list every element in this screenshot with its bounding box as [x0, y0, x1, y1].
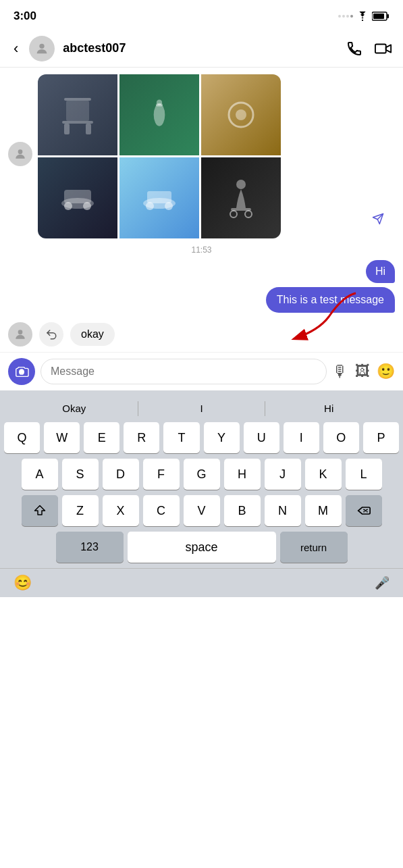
call-button[interactable] [346, 41, 362, 57]
camera-icon [14, 364, 29, 379]
key-z[interactable]: Z [62, 495, 99, 526]
key-v[interactable]: V [184, 495, 220, 526]
contact-name: abctest007 [63, 41, 338, 55]
key-return[interactable]: return [280, 532, 348, 563]
messages-area: Hi This is a test message [0, 260, 403, 313]
key-u[interactable]: U [244, 422, 279, 453]
reply-icon [45, 328, 57, 340]
svg-point-23 [146, 202, 154, 210]
svg-point-6 [18, 149, 23, 154]
quick-reply-section: okay [0, 317, 403, 352]
svg-point-24 [165, 202, 173, 210]
key-x[interactable]: X [103, 495, 139, 526]
send-button-floating[interactable] [365, 206, 391, 232]
suggestion-okay[interactable]: Okay [11, 400, 138, 417]
svg-rect-11 [86, 124, 91, 134]
key-l[interactable]: L [346, 459, 382, 490]
key-delete[interactable] [346, 495, 382, 526]
contact-avatar [29, 36, 55, 61]
media-cell-2 [119, 74, 199, 155]
key-c[interactable]: C [143, 495, 180, 526]
key-shift[interactable] [22, 495, 58, 526]
shift-icon [34, 505, 46, 517]
key-o[interactable]: O [323, 422, 359, 453]
key-e[interactable]: E [84, 422, 119, 453]
reply-button[interactable] [39, 322, 63, 347]
message-2: This is a test message [8, 287, 395, 313]
key-w[interactable]: W [44, 422, 80, 453]
avatar-icon [14, 147, 27, 161]
svg-point-16 [236, 109, 246, 120]
timestamp: 11:53 [0, 245, 403, 255]
keyboard: Okay I Hi Q W E R T Y U I O P A S D F G … [0, 390, 403, 568]
key-i[interactable]: I [284, 422, 319, 453]
media-cell-6 [201, 157, 281, 238]
key-m[interactable]: M [305, 495, 342, 526]
suggestion-hi[interactable]: Hi [265, 400, 392, 417]
suggestion-i[interactable]: I [138, 400, 265, 417]
bubble-test: This is a test message [266, 287, 395, 313]
svg-point-12 [154, 103, 165, 126]
photo-button[interactable]: 🖼 [355, 363, 370, 380]
key-p[interactable]: P [363, 422, 399, 453]
camera-button[interactable] [8, 358, 35, 385]
key-a[interactable]: A [22, 459, 58, 490]
svg-rect-3 [373, 14, 384, 19]
key-g[interactable]: G [184, 459, 220, 490]
key-y[interactable]: Y [204, 422, 240, 453]
key-space[interactable]: space [128, 532, 276, 563]
sender-avatar-2 [8, 322, 32, 347]
key-j[interactable]: J [265, 459, 301, 490]
emoji-bar: 😊 🎤 [0, 568, 403, 597]
key-n[interactable]: N [265, 495, 301, 526]
key-t[interactable]: T [163, 422, 199, 453]
svg-rect-18 [64, 190, 91, 203]
back-button[interactable]: ‹ [11, 37, 21, 60]
media-message [0, 74, 403, 238]
svg-rect-7 [64, 98, 91, 101]
nav-actions [346, 41, 392, 57]
message-1: Hi [8, 260, 395, 283]
mic-button[interactable]: 🎙 [332, 362, 348, 381]
input-bar: 🎙 🖼 🙂 [0, 352, 403, 390]
message-input[interactable] [41, 359, 327, 384]
svg-rect-10 [64, 124, 70, 134]
svg-point-27 [230, 211, 237, 218]
svg-point-25 [236, 180, 246, 189]
delete-icon [357, 505, 371, 516]
key-row-2: A S D F G H J K L [4, 459, 399, 490]
svg-rect-22 [147, 191, 171, 203]
chat-scroll: 11:53 Hi This is a test message [0, 74, 403, 390]
quick-reply-area: okay [0, 317, 403, 352]
emoji-button[interactable]: 😊 [14, 574, 32, 592]
key-d[interactable]: D [103, 459, 139, 490]
svg-point-20 [83, 202, 91, 210]
key-s[interactable]: S [62, 459, 99, 490]
key-123[interactable]: 123 [56, 532, 124, 563]
status-time: 3:00 [14, 9, 36, 23]
key-f[interactable]: F [143, 459, 180, 490]
key-row-4: 123 space return [4, 532, 399, 563]
key-row-3: Z X C V B N M [4, 495, 399, 526]
media-cell-3 [201, 74, 281, 155]
mic-button-bottom[interactable]: 🎤 [375, 576, 389, 590]
svg-point-4 [40, 43, 45, 48]
key-b[interactable]: B [224, 495, 261, 526]
status-icons [338, 11, 389, 21]
svg-point-28 [245, 211, 252, 218]
svg-rect-5 [375, 44, 386, 53]
bubble-hi: Hi [366, 260, 395, 283]
svg-point-29 [18, 330, 23, 334]
svg-point-19 [64, 202, 72, 210]
key-r[interactable]: R [124, 422, 159, 453]
key-k[interactable]: K [305, 459, 342, 490]
quick-reply-okay[interactable]: okay [70, 323, 115, 346]
key-h[interactable]: H [224, 459, 261, 490]
signal-dots [338, 15, 353, 18]
video-button[interactable] [375, 41, 392, 57]
nav-bar: ‹ abctest007 [0, 30, 403, 68]
svg-rect-9 [62, 121, 93, 124]
avatar-icon-2 [14, 328, 27, 341]
key-q[interactable]: Q [4, 422, 40, 453]
sticker-button[interactable]: 🙂 [377, 363, 395, 380]
